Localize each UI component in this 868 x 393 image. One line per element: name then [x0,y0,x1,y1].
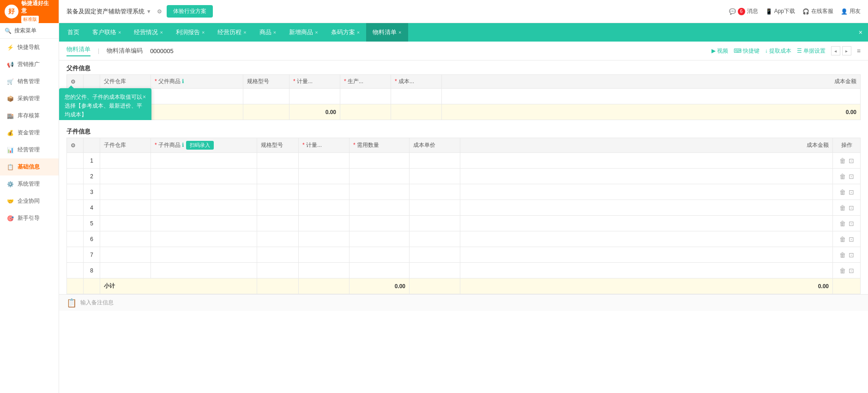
child-row-7-goods[interactable] [151,247,257,263]
copy-icon-6[interactable]: ⊡ [849,236,854,243]
child-row-8-unit[interactable] [299,263,350,278]
parent-row-1-cost[interactable] [391,89,442,104]
tab-home[interactable]: 首页 [61,23,86,42]
child-row-3-warehouse[interactable] [100,184,151,200]
app-download-item[interactable]: 📱 App下载 [766,7,795,15]
sidebar-item-marketing[interactable]: 📢 营销推广 [0,56,59,73]
goods-info-icon[interactable]: ℹ [182,78,184,85]
tab-operation-status-close[interactable]: × [160,30,163,35]
child-row-6-unit[interactable] [299,231,350,247]
sidebar-item-system[interactable]: ⚙️ 系统管理 [0,175,59,193]
child-row-6-warehouse[interactable] [100,231,151,247]
child-row-8-goods[interactable] [151,263,257,278]
tab-barcode[interactable]: 条码方案 × [325,23,366,42]
child-row-3-goods[interactable] [151,184,257,200]
sidebar-item-finance[interactable]: 💰 资金管理 [0,124,59,141]
child-row-6-unit-cost[interactable] [410,231,460,247]
list-view-icon[interactable]: ≡ [857,47,861,54]
child-row-4-unit[interactable] [299,200,350,216]
tab-customers[interactable]: 客户联络 × [86,23,127,42]
child-row-2-unit[interactable] [299,169,350,184]
child-row-3-unit[interactable] [299,184,350,200]
tab-customers-close[interactable]: × [118,30,121,35]
message-item[interactable]: 💬 6 消息 [729,7,758,15]
single-settings-btn[interactable]: ☰ 单据设置 [797,47,826,55]
parent-row-1-unit[interactable] [289,89,340,104]
sidebar-item-basic-info[interactable]: 📋 基础信息 [0,158,59,175]
dropdown-icon[interactable]: ▾ [147,8,151,15]
child-row-5-warehouse[interactable] [100,216,151,231]
child-row-1-unit-cost[interactable] [410,153,460,169]
child-row-6-spec[interactable] [257,231,299,247]
child-row-7-spec[interactable] [257,247,299,263]
child-row-4-spec[interactable] [257,200,299,216]
sidebar-search[interactable]: 🔍 搜索菜单 [0,23,59,39]
extract-cost-btn[interactable]: ↓ 提取成本 [765,47,791,55]
child-goods-info-icon[interactable]: ℹ [182,142,184,148]
tab-new-goods[interactable]: 新增商品 × [283,23,324,42]
copy-icon-3[interactable]: ⊡ [849,188,854,196]
child-row-5-qty[interactable] [350,216,410,231]
child-row-3-unit-cost[interactable] [410,184,460,200]
sidebar-item-purchase[interactable]: 📦 采购管理 [0,90,59,107]
child-row-1-qty[interactable] [350,153,410,169]
child-row-8-unit-cost[interactable] [410,263,460,278]
sidebar-item-guide[interactable]: 🎯 新手引导 [0,210,59,227]
copy-icon-1[interactable]: ⊡ [849,157,854,164]
child-row-1-warehouse[interactable] [100,153,151,169]
child-row-1-spec[interactable] [257,153,299,169]
child-row-7-warehouse[interactable] [100,247,151,263]
delete-icon-6[interactable]: 🗑 [839,236,846,243]
child-row-2-warehouse[interactable] [100,169,151,184]
child-row-1-unit[interactable] [299,153,350,169]
user-item[interactable]: 👤 用友 [841,7,861,15]
tooltip-close-btn[interactable]: × [143,93,146,102]
tab-operation-status[interactable]: 经营情况 × [127,23,169,42]
tab-goods[interactable]: 商品 × [253,23,283,42]
delete-icon-7[interactable]: 🗑 [839,251,846,259]
child-row-7-unit-cost[interactable] [410,247,460,263]
nav-next-btn[interactable]: ▸ [842,46,851,55]
child-row-4-unit-cost[interactable] [410,200,460,216]
child-row-6-qty[interactable] [350,231,410,247]
sidebar-item-enterprise[interactable]: 🤝 企业协同 [0,193,59,210]
copy-icon-8[interactable]: ⊡ [849,267,854,274]
child-row-4-warehouse[interactable] [100,200,151,216]
tab-bom-close[interactable]: × [398,30,401,35]
child-row-1-goods[interactable] [151,153,257,169]
video-btn[interactable]: ▶ 视频 [711,47,728,55]
child-row-2-unit-cost[interactable] [410,169,460,184]
delete-icon-1[interactable]: 🗑 [839,157,846,164]
sidebar-item-operation[interactable]: 📊 经营管理 [0,141,59,158]
online-service-item[interactable]: 🎧 在线客服 [802,7,833,15]
sidebar-item-sales[interactable]: 🛒 销售管理 [0,73,59,90]
child-row-3-qty[interactable] [350,184,410,200]
parent-row-1-goods[interactable] [151,89,243,104]
close-all-tabs[interactable]: × [855,29,866,36]
copy-icon-5[interactable]: ⊡ [849,220,854,227]
child-col-settings[interactable]: ⚙ [67,138,84,153]
parent-row-1-spec[interactable] [243,89,289,104]
bottom-text[interactable]: 输入备注信息 [80,299,114,307]
tab-history-close[interactable]: × [243,30,246,35]
child-row-7-qty[interactable] [350,247,410,263]
tab-profit-close[interactable]: × [202,30,205,35]
shortcut-btn[interactable]: ⌨ 快捷键 [734,47,760,55]
sidebar-item-quick-nav[interactable]: ⚡ 快捷导航 [0,39,59,56]
delete-icon-8[interactable]: 🗑 [839,267,846,274]
child-row-3-spec[interactable] [257,184,299,200]
nav-prev-btn[interactable]: ◂ [831,46,840,55]
tab-new-goods-close[interactable]: × [315,30,318,35]
child-row-2-goods[interactable] [151,169,257,184]
delete-icon-4[interactable]: 🗑 [839,204,846,212]
child-row-8-spec[interactable] [257,263,299,278]
copy-icon-7[interactable]: ⊡ [849,251,854,259]
delete-icon-5[interactable]: 🗑 [839,220,846,227]
tab-goods-close[interactable]: × [273,30,276,35]
child-row-8-warehouse[interactable] [100,263,151,278]
gear-icon[interactable]: ⚙ [157,8,162,15]
delete-icon-2[interactable]: 🗑 [839,173,846,180]
tab-profit[interactable]: 利润报告 × [169,23,211,42]
trial-button[interactable]: 体验行业方案 [167,5,213,18]
child-row-5-goods[interactable] [151,216,257,231]
